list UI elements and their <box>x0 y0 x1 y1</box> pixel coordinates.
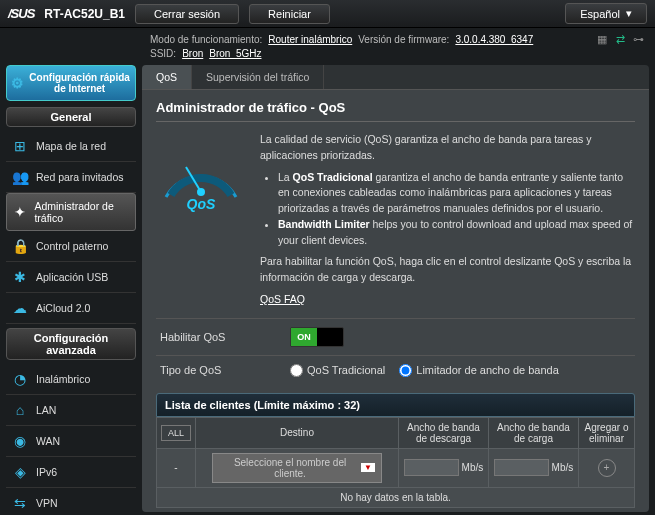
add-button[interactable]: + <box>598 459 616 477</box>
cloud-icon: ☁ <box>10 299 30 317</box>
gear-icon: ⚙ <box>11 74 24 92</box>
svg-text:QoS: QoS <box>187 196 216 212</box>
upload-input[interactable] <box>494 459 549 476</box>
tab-qos[interactable]: QoS <box>142 65 192 89</box>
status-line: Modo de funcionamiento: Router inalámbri… <box>0 28 655 48</box>
sidebar-item-vpn[interactable]: ⇆VPN <box>6 488 136 515</box>
col-download: Ancho de banda de descarga <box>399 417 489 448</box>
general-header: General <box>6 107 136 127</box>
qos-toggle[interactable]: ON <box>290 327 344 347</box>
dropdown-arrow-icon: ▼ <box>361 463 375 472</box>
radio-bandwidth-limiter[interactable]: Limitador de ancho de banda <box>399 364 559 377</box>
traffic-icon: ✦ <box>11 203 28 221</box>
all-button[interactable]: ALL <box>161 425 191 441</box>
sidebar-item-ipv6[interactable]: ◈IPv6 <box>6 457 136 488</box>
top-bar: /SUS RT-AC52U_B1 Cerrar sesión Reiniciar… <box>0 0 655 28</box>
ssid1-link[interactable]: Bron <box>182 48 203 59</box>
sidebar-item-aicloud[interactable]: ☁AiCloud 2.0 <box>6 293 136 324</box>
qos-type-label: Tipo de QoS <box>160 364 290 376</box>
model-name: RT-AC52U_B1 <box>44 7 125 21</box>
sidebar-item-wireless[interactable]: ◔Inalámbrico <box>6 364 136 395</box>
usb-app-icon: ✱ <box>10 268 30 286</box>
table-row: - Seleccione el nombre del cliente.▼ Mb/… <box>157 448 635 487</box>
reboot-button[interactable]: Reiniciar <box>249 4 330 24</box>
app-icon[interactable]: ▦ <box>595 32 609 46</box>
qos-faq-link[interactable]: QoS FAQ <box>260 293 305 305</box>
client-select[interactable]: Seleccione el nombre del cliente.▼ <box>212 453 382 483</box>
lock-icon: 🔒 <box>10 237 30 255</box>
qos-type-row: Tipo de QoS QoS Tradicional Limitador de… <box>156 355 635 385</box>
col-action: Agregar o eliminar <box>579 417 635 448</box>
page-title: Administrador de tráfico - QoS <box>156 100 635 122</box>
client-table: ALL Destino Ancho de banda de descarga A… <box>156 417 635 508</box>
usb-icon[interactable]: ⇄ <box>613 32 627 46</box>
qos-gauge-icon: QoS <box>156 132 246 222</box>
firmware-link[interactable]: 3.0.0.4.380_6347 <box>455 34 533 45</box>
col-upload: Ancho de banda de carga <box>489 417 579 448</box>
advanced-header: Configuración avanzada <box>6 328 136 360</box>
client-list-title: Lista de clientes (Límite máximo : 32) <box>156 393 635 417</box>
language-select[interactable]: Español▾ <box>565 3 647 24</box>
lan-icon: ⌂ <box>10 401 30 419</box>
sidebar-item-traffic[interactable]: ✦Administrador de tráfico <box>6 193 136 231</box>
ssid-line: SSID: Bron Bron_5GHz <box>0 48 655 61</box>
map-icon: ⊞ <box>10 137 30 155</box>
ipv6-icon: ◈ <box>10 463 30 481</box>
tab-traffic-monitor[interactable]: Supervisión del tráfico <box>192 65 324 89</box>
svg-point-1 <box>197 188 205 196</box>
quick-setup-button[interactable]: ⚙ Configuración rápida de Internet <box>6 65 136 101</box>
sidebar: ⚙ Configuración rápida de Internet Gener… <box>0 61 142 515</box>
radio-traditional[interactable]: QoS Tradicional <box>290 364 385 377</box>
tab-bar: QoS Supervisión del tráfico <box>142 65 649 90</box>
mode-link[interactable]: Router inalámbrico <box>268 34 352 45</box>
link-icon[interactable]: ⊶ <box>631 32 645 46</box>
col-destination: Destino <box>196 417 399 448</box>
sidebar-item-lan[interactable]: ⌂LAN <box>6 395 136 426</box>
wifi-icon: ◔ <box>10 370 30 388</box>
main-panel: QoS Supervisión del tráfico Administrado… <box>142 65 649 512</box>
chevron-down-icon: ▾ <box>626 7 632 20</box>
brand-logo: /SUS <box>8 6 34 21</box>
globe-icon: ◉ <box>10 432 30 450</box>
intro-section: QoS La calidad de servicio (QoS) garanti… <box>156 132 635 308</box>
sidebar-item-network-map[interactable]: ⊞Mapa de la red <box>6 131 136 162</box>
ssid2-link[interactable]: Bron_5GHz <box>209 48 261 59</box>
sidebar-item-guest[interactable]: 👥Red para invitados <box>6 162 136 193</box>
enable-qos-label: Habilitar QoS <box>160 331 290 343</box>
sidebar-item-wan[interactable]: ◉WAN <box>6 426 136 457</box>
sidebar-item-usb[interactable]: ✱Aplicación USB <box>6 262 136 293</box>
enable-qos-row: Habilitar QoS ON <box>156 318 635 355</box>
guest-icon: 👥 <box>10 168 30 186</box>
no-data-message: No hay datos en la tabla. <box>157 487 635 507</box>
sidebar-item-parental[interactable]: 🔒Control paterno <box>6 231 136 262</box>
logout-button[interactable]: Cerrar sesión <box>135 4 239 24</box>
download-input[interactable] <box>404 459 459 476</box>
vpn-icon: ⇆ <box>10 494 30 512</box>
